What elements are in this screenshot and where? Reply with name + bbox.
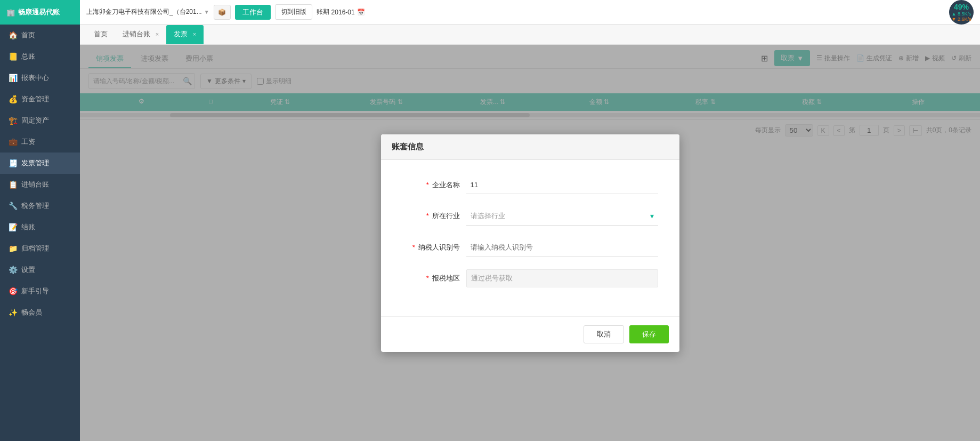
period-display: 账期 2016-01 📅 <box>317 7 365 17</box>
tax-id-label: * 纳税人识别号 <box>402 243 466 252</box>
account-info-modal: 账套信息 * 企业名称 * 所在行业 <box>381 134 679 352</box>
tab-sales-ledger[interactable]: 进销台账 × <box>115 25 166 44</box>
guide-icon: 🎯 <box>9 287 17 295</box>
sidebar-label-close: 结账 <box>21 222 35 232</box>
tab-home[interactable]: 首页 <box>86 25 115 44</box>
nav-tabs: 首页 进销台账 × 发票 × <box>80 25 980 45</box>
close-books-icon: 📝 <box>9 223 17 231</box>
network-speeds: ▲ 8.5K/s ▼ 2.6K/s <box>952 11 971 22</box>
industry-select-wrap: 请选择行业 ▾ <box>466 207 658 226</box>
industry-select[interactable]: 请选择行业 <box>466 207 658 225</box>
modal-body: * 企业名称 * 所在行业 请选择行业 <box>381 160 679 316</box>
sidebar-item-archive[interactable]: 📁 归档管理 <box>0 238 80 259</box>
required-star-region: * <box>426 274 429 282</box>
tax-id-input[interactable] <box>466 238 658 256</box>
company-dropdown-arrow: ▼ <box>204 9 209 15</box>
sidebar-item-ledger[interactable]: 📒 总账 <box>0 46 80 67</box>
sidebar-label-sales-ledger: 进销台账 <box>21 180 49 189</box>
modal-title: 账套信息 <box>381 134 679 160</box>
archive-button[interactable]: 📦 <box>214 5 231 20</box>
tab-close-invoice[interactable]: × <box>193 31 196 37</box>
sidebar-item-sales-ledger[interactable]: 📋 进销台账 <box>0 174 80 195</box>
main-content: 上海卯金刀电子科技有限公司_（台201... ▼ 📦 工作台 切到旧版 账期 2… <box>80 0 980 441</box>
home-icon: 🏠 <box>9 31 17 39</box>
archive-btn-icon: 📦 <box>218 9 226 16</box>
required-star: * <box>426 181 429 189</box>
modal-footer: 取消 保存 <box>381 316 679 352</box>
industry-label: * 所在行业 <box>402 211 466 221</box>
modal-overlay: 账套信息 * 企业名称 * 所在行业 <box>80 45 980 441</box>
sidebar-label-vip: 畅会员 <box>21 308 42 317</box>
sidebar-item-vip[interactable]: ✨ 畅会员 <box>0 302 80 323</box>
sidebar-item-guide[interactable]: 🎯 新手引导 <box>0 280 80 302</box>
sidebar-item-salary[interactable]: 💼 工资 <box>0 131 80 153</box>
sidebar-label-finance: 资金管理 <box>21 94 49 104</box>
topbar: 上海卯金刀电子科技有限公司_（台201... ▼ 📦 工作台 切到旧版 账期 2… <box>80 0 980 25</box>
app-logo: 🏢 畅康通易代账 <box>0 0 80 25</box>
sidebar-item-invoice[interactable]: 🧾 发票管理 <box>0 153 80 174</box>
assets-icon: 🏗️ <box>9 116 17 125</box>
sidebar-label-salary: 工资 <box>21 137 35 147</box>
save-button[interactable]: 保存 <box>629 325 669 343</box>
company-name-label: * 企业名称 <box>402 180 466 190</box>
sidebar-item-assets[interactable]: 🏗️ 固定资产 <box>0 110 80 131</box>
company-name-input[interactable] <box>466 176 658 194</box>
upload-speed: ▲ 8.5K/s <box>952 11 971 17</box>
cancel-button[interactable]: 取消 <box>584 325 624 343</box>
company-selector[interactable]: 上海卯金刀电子科技有限公司_（台201... ▼ <box>86 7 209 17</box>
old-version-button[interactable]: 切到旧版 <box>275 4 312 20</box>
sales-ledger-icon: 📋 <box>9 180 17 189</box>
ledger-icon: 📒 <box>9 52 17 61</box>
required-star-industry: * <box>426 212 429 220</box>
sidebar-label-guide: 新手引导 <box>21 286 49 296</box>
period-value: 2016-01 <box>331 9 355 16</box>
tax-region-label: * 报税地区 <box>402 274 466 283</box>
required-star-taxid: * <box>412 243 415 251</box>
sidebar-label-settings: 设置 <box>21 265 35 275</box>
sidebar-item-home[interactable]: 🏠 首页 <box>0 25 80 46</box>
sidebar: 🏢 畅康通易代账 🏠 首页 📒 总账 📊 报表中心 💰 资金管理 🏗️ 固定资产… <box>0 0 80 441</box>
company-name-row: * 企业名称 <box>402 176 658 194</box>
workbench-button[interactable]: 工作台 <box>235 5 271 20</box>
sidebar-label-assets: 固定资产 <box>21 116 49 125</box>
logo-icon: 🏢 <box>6 9 15 17</box>
finance-icon: 💰 <box>9 95 17 103</box>
sidebar-item-settings[interactable]: ⚙️ 设置 <box>0 259 80 280</box>
network-indicator: 49% ▲ 8.5K/s ▼ 2.6K/s <box>949 0 974 25</box>
content-area: 销项发票 进项发票 费用小票 ⊞ 取票 ▼ ☰ 批量操作 <box>80 45 980 441</box>
period-label: 账期 <box>317 7 329 17</box>
salary-icon: 💼 <box>9 138 17 146</box>
settings-icon: ⚙️ <box>9 266 17 274</box>
tab-invoice[interactable]: 发票 × <box>166 25 204 44</box>
tax-region-display: 通过税号获取 <box>466 269 658 287</box>
sidebar-label-tax: 税务管理 <box>21 201 49 211</box>
sidebar-item-finance[interactable]: 💰 资金管理 <box>0 89 80 110</box>
vip-icon: ✨ <box>9 308 17 317</box>
tax-region-row: * 报税地区 通过税号获取 <box>402 269 658 287</box>
tax-icon: 🔧 <box>9 202 17 210</box>
archive-icon: 📁 <box>9 244 17 253</box>
sidebar-item-close[interactable]: 📝 结账 <box>0 217 80 238</box>
sidebar-label-invoice: 发票管理 <box>21 158 49 168</box>
industry-row: * 所在行业 请选择行业 ▾ <box>402 207 658 226</box>
sidebar-label-archive: 归档管理 <box>21 244 49 253</box>
sidebar-item-tax[interactable]: 🔧 税务管理 <box>0 195 80 217</box>
company-name: 上海卯金刀电子科技有限公司_（台201... <box>86 7 202 17</box>
sidebar-label-reports: 报表中心 <box>21 73 49 83</box>
sidebar-label-home: 首页 <box>21 30 35 40</box>
sidebar-item-reports[interactable]: 📊 报表中心 <box>0 67 80 89</box>
reports-icon: 📊 <box>9 74 17 82</box>
invoice-icon: 🧾 <box>9 159 17 167</box>
calendar-icon[interactable]: 📅 <box>357 9 365 16</box>
sidebar-label-ledger: 总账 <box>21 52 35 61</box>
tab-close-sales-ledger[interactable]: × <box>156 31 159 37</box>
network-pct: 49% <box>954 3 969 11</box>
logo-text: 畅康通易代账 <box>18 7 60 17</box>
tax-id-row: * 纳税人识别号 <box>402 238 658 256</box>
download-speed: ▼ 2.6K/s <box>952 17 971 22</box>
topbar-right: 49% ▲ 8.5K/s ▼ 2.6K/s <box>949 0 974 25</box>
